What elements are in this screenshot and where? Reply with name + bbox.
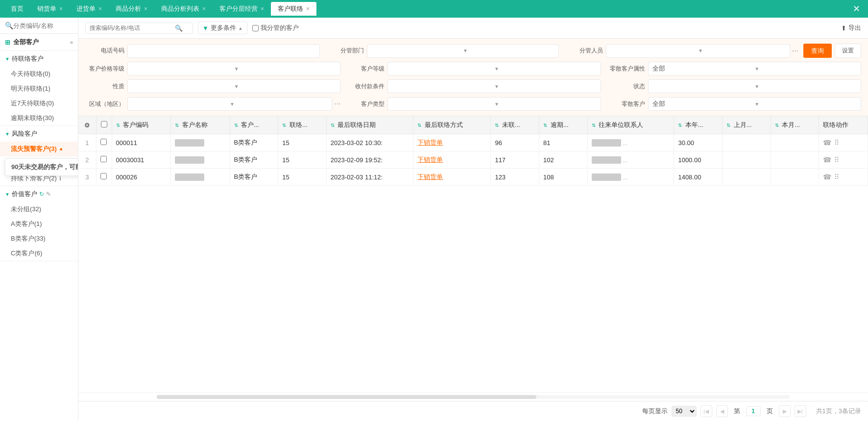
export-button[interactable]: ⬆ 导出 — [841, 24, 861, 32]
td-method-2[interactable]: 下销货单 — [413, 151, 491, 169]
more-icon-2[interactable]: ⠿ — [834, 156, 839, 164]
more-icon-3[interactable]: ⠿ — [834, 173, 839, 181]
blurred-name-2 — [175, 156, 204, 164]
tab-product-list[interactable]: 商品分析列表 × — [154, 2, 213, 16]
prev-page-button[interactable]: ◀ — [716, 405, 728, 417]
caret-icon: ▲ — [238, 25, 243, 31]
refresh-icon-value[interactable]: ↻ — [39, 191, 44, 198]
tab-purchase[interactable]: 进货单 × — [70, 2, 109, 16]
filter-select-customer-type[interactable]: ▼ — [387, 97, 601, 111]
tab-sales[interactable]: 销货单 × — [30, 2, 70, 16]
main-search-input[interactable] — [90, 25, 173, 31]
td-method-1[interactable]: 下销货单 — [413, 134, 491, 151]
sidebar-all-customers[interactable]: ⊞ 全部客户 « — [0, 34, 78, 51]
th-contact-person[interactable]: ⇅ 往来单位联系人 — [587, 116, 674, 134]
method-link-1[interactable]: 下销货单 — [417, 139, 443, 146]
th-last-contact-date[interactable]: ⇅ 最后联络日期 — [326, 116, 413, 134]
td-method-3[interactable]: 下销货单 — [413, 169, 491, 186]
th-name[interactable]: ⇅ 客户名称 — [171, 116, 230, 134]
sidebar-group-pending-header[interactable]: ▼ 待联络客户 — [0, 51, 78, 67]
contact-icon-3[interactable]: ☎ — [823, 173, 831, 181]
sidebar-item-class-a[interactable]: A类客户(1) — [0, 217, 78, 231]
th-last-month[interactable]: ⇅ 上月... — [723, 116, 771, 134]
th-contact-count[interactable]: ⇅ 联络... — [278, 116, 327, 134]
my-customers-checkbox-input[interactable] — [252, 25, 259, 31]
sidebar-item-tomorrow[interactable]: 明天待联络(1) — [0, 81, 78, 96]
tab-product-analysis[interactable]: 商品分析 × — [109, 2, 154, 16]
filter-select-dept[interactable]: ▼ — [367, 44, 559, 58]
th-annual[interactable]: ⇅ 本年... — [674, 116, 723, 134]
filter-select-payment[interactable]: ▼ — [387, 79, 601, 93]
td-check-2[interactable] — [96, 151, 112, 169]
sidebar-search-input[interactable] — [13, 22, 78, 29]
tab-customer-contact[interactable]: 客户联络 × — [271, 2, 316, 16]
filter-more-person[interactable]: ··· — [792, 47, 798, 55]
tab-customer-tier[interactable]: 客户分层经营 × — [213, 2, 271, 16]
filter-field-nature: 性质 ▼ — [85, 79, 340, 93]
filter-more-region[interactable]: ··· — [334, 99, 340, 108]
th-code[interactable]: ⇅ 客户编码 — [112, 116, 171, 134]
settings-button[interactable]: 设置 — [835, 44, 861, 58]
page-input[interactable] — [746, 406, 761, 416]
row-checkbox-3[interactable] — [100, 173, 107, 179]
page-size-select[interactable]: 50 100 — [672, 406, 697, 417]
filter-select-status[interactable]: ▼ — [648, 79, 861, 93]
window-close-button[interactable]: ✕ — [849, 3, 864, 14]
sidebar-item-today[interactable]: 今天待联络(0) — [0, 67, 78, 81]
sidebar-item-overdue[interactable]: 逾期未联络(30) — [0, 111, 78, 125]
filter-select-region[interactable]: ▼ — [127, 97, 332, 111]
filter-select-customer-grade[interactable]: ▼ — [387, 62, 601, 75]
next-page-button[interactable]: ▶ — [779, 405, 791, 417]
filter-select-nature[interactable]: ▼ — [127, 79, 340, 93]
tab-customer-tier-close[interactable]: × — [261, 5, 264, 12]
sidebar-item-7days[interactable]: 近7天待联络(0) — [0, 96, 78, 111]
th-uncontacted[interactable]: ⇅ 未联... — [491, 116, 539, 134]
filter-select-price-grade[interactable]: ▼ — [127, 62, 340, 75]
method-link-3[interactable]: 下销货单 — [417, 173, 443, 180]
scrollbar-thumb[interactable] — [157, 395, 536, 399]
th-settings[interactable]: ⚙ — [78, 116, 96, 134]
last-page-button[interactable]: ▶| — [795, 405, 806, 417]
filter-select-scatter[interactable]: 全部 ▼ — [648, 97, 861, 111]
td-name-2 — [171, 151, 230, 169]
filter-select-person[interactable]: ▼ — [606, 44, 790, 58]
th-overdue[interactable]: ⇅ 逾期... — [539, 116, 588, 134]
th-checkbox[interactable] — [96, 116, 112, 134]
more-conditions-button[interactable]: ▼ 更多条件 ▲ — [198, 22, 247, 34]
tab-sales-close[interactable]: × — [59, 5, 63, 12]
sidebar-item-class-b[interactable]: B类客户(33) — [0, 231, 78, 246]
method-link-2[interactable]: 下销货单 — [417, 156, 443, 163]
sidebar-group-risk-header[interactable]: ▼ 风险客户 — [0, 126, 78, 142]
sidebar-group-risk-container: ▼ 风险客户 流失预警客户(3) ● 90天未交易的客户，可能有流失风险。 已流… — [0, 126, 78, 186]
tab-product-analysis-close[interactable]: × — [144, 5, 147, 12]
th-last-contact-method[interactable]: ⇅ 最后联络方式 — [413, 116, 491, 134]
tab-customer-contact-close[interactable]: × — [306, 5, 310, 12]
query-button[interactable]: 查询 — [803, 44, 832, 58]
td-check-1[interactable] — [96, 134, 112, 151]
contact-icon-2[interactable]: ☎ — [823, 156, 831, 164]
td-contact-3: 15 — [278, 169, 327, 186]
sidebar-item-ungrouped[interactable]: 未分组(32) — [0, 202, 78, 217]
my-customers-checkbox[interactable]: 我分管的客户 — [252, 24, 299, 32]
tab-home[interactable]: 首页 — [4, 2, 30, 16]
row-checkbox-2[interactable] — [100, 156, 107, 162]
contact-icon-1[interactable]: ☎ — [823, 139, 831, 147]
th-this-month[interactable]: ⇅ 本月... — [771, 116, 819, 134]
filter-input-phone[interactable] — [127, 44, 320, 58]
select-all-checkbox[interactable] — [101, 121, 107, 127]
edit-icon-value[interactable]: ✎ — [46, 191, 51, 198]
sidebar-item-churn-warning[interactable]: 流失预警客户(3) ● 90天未交易的客户，可能有流失风险。 — [0, 142, 78, 156]
row-checkbox-1[interactable] — [100, 139, 107, 145]
search-icon[interactable]: 🔍 — [175, 25, 183, 32]
action-icons-2: ☎ ⠿ — [823, 156, 864, 164]
filter-select-scatter-attr[interactable]: 全部 ▼ — [648, 62, 861, 75]
td-check-3[interactable] — [96, 169, 112, 186]
tab-product-list-close[interactable]: × — [202, 5, 206, 12]
sidebar-group-value-header[interactable]: ▼ 价值客户 ↻ ✎ — [0, 186, 78, 202]
more-icon-1[interactable]: ⠿ — [834, 139, 839, 147]
th-customer-type[interactable]: ⇅ 客户... — [230, 116, 278, 134]
sidebar-item-class-c[interactable]: C类客户(6) — [0, 246, 78, 261]
tab-purchase-close[interactable]: × — [98, 5, 102, 12]
first-page-button[interactable]: |◀ — [700, 405, 712, 417]
scrollbar-track[interactable] — [157, 395, 790, 399]
